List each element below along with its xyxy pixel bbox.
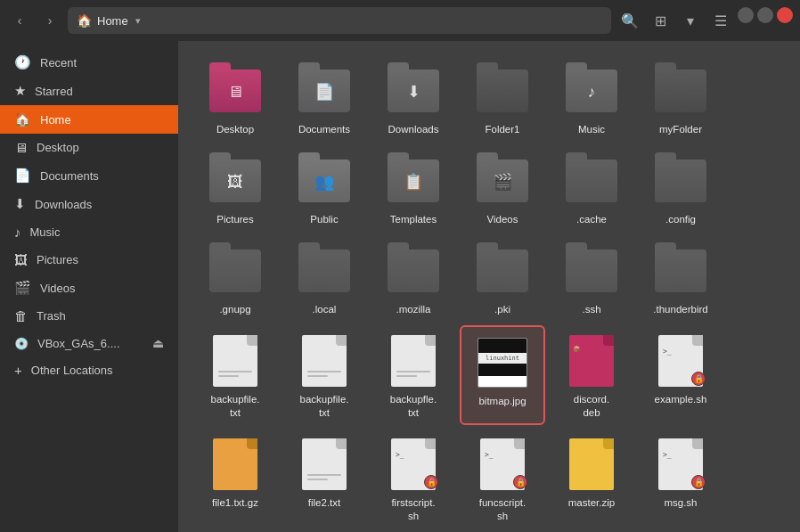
file-item-desktop[interactable]: 🖥 Desktop — [192, 55, 278, 142]
home-icon: 🏠 — [77, 13, 92, 28]
file-item-pictures[interactable]: 🖼 Pictures — [192, 145, 278, 232]
file-item-bitmap[interactable]: linuxhint bitmap.jpg — [460, 325, 545, 425]
file-item-ssh[interactable]: .ssh — [549, 235, 634, 322]
file-item-thunderbird[interactable]: .thunderbird — [638, 235, 723, 322]
file-item-file1-targz[interactable]: file1.txt.gz — [192, 429, 278, 528]
eject-button[interactable]: ⏏ — [152, 336, 164, 350]
sidebar-item-label: Home — [40, 113, 71, 127]
deb-icon: 📦 — [569, 335, 614, 387]
file-line — [396, 375, 417, 377]
sidebar-item-desktop[interactable]: 🖥 Desktop — [0, 134, 178, 161]
file-item-msg-sh[interactable]: >_ 🔒 msg.sh — [638, 429, 723, 528]
sidebar-item-other[interactable]: + Other Locations — [0, 356, 178, 384]
file-item-folder1[interactable]: Folder1 — [460, 55, 545, 142]
file-item-pki[interactable]: .pki — [460, 235, 545, 322]
file-line — [218, 371, 252, 372]
bitmap-wrap: linuxhint — [474, 334, 531, 391]
sidebar-item-pictures[interactable]: 🖼 Pictures — [0, 246, 178, 274]
deb-inner: 📦 — [573, 346, 610, 353]
folder-icon-wrap — [474, 242, 531, 299]
menu-button[interactable]: ☰ — [707, 7, 734, 34]
script-wrap: >_ 🔒 — [385, 436, 442, 493]
folder-icon — [566, 250, 617, 292]
file-label: backupfile.txt — [211, 393, 260, 420]
file-item-master-zip[interactable]: master.zip — [549, 429, 634, 528]
sidebar-item-label: Downloads — [35, 198, 92, 211]
location-text: Home — [97, 14, 128, 28]
file-item-example-sh[interactable]: >_ 🔒 example.sh — [638, 325, 723, 425]
music-folder-inner-icon: ♪ — [588, 83, 596, 102]
folder-icon-wrap — [652, 242, 709, 299]
sidebar-item-music[interactable]: ♪ Music — [0, 218, 178, 246]
sidebar-item-downloads[interactable]: ⬇ Downloads — [0, 190, 178, 218]
public-folder-inner-icon: 👥 — [314, 172, 334, 192]
file-label: .thunderbird — [653, 303, 707, 316]
file-item-backupfile2[interactable]: backupfile.txt — [282, 325, 367, 425]
file-item-funcscript[interactable]: >_ 🔒 funcscript.sh — [460, 429, 545, 528]
sidebar-item-recent[interactable]: 🕐 Recent — [0, 48, 178, 77]
pictures-icon: 🖼 — [14, 252, 28, 267]
file-item-documents[interactable]: 📄 Documents — [282, 55, 367, 142]
sidebar-item-label: Videos — [40, 282, 76, 295]
location-arrow-icon: ▾ — [135, 15, 141, 27]
file-item-templates[interactable]: 📋 Templates — [371, 145, 456, 232]
file-item-firstscript[interactable]: >_ 🔒 firstscript.sh — [371, 429, 456, 528]
folder-icon — [298, 250, 350, 292]
starred-icon: ★ — [14, 83, 26, 99]
script-text: >_ — [485, 451, 494, 459]
targz-icon — [213, 438, 257, 490]
bitmap-bottom — [478, 364, 527, 376]
maximize-button[interactable]: □ — [757, 7, 773, 23]
forward-button[interactable]: › — [37, 8, 62, 33]
view-options-button[interactable]: ▾ — [677, 7, 704, 34]
file-label: myFolder — [659, 123, 702, 136]
home-icon: 🏠 — [14, 111, 31, 127]
zip-wrap — [563, 436, 620, 493]
sidebar-item-vbox[interactable]: 💿 VBox_GAs_6.... ⏏ — [0, 330, 178, 356]
sidebar-item-trash[interactable]: 🗑 Trash — [0, 302, 178, 330]
file-item-backupfile1[interactable]: backupfile.txt — [192, 325, 278, 425]
file-doc-lines — [218, 371, 252, 380]
music-icon: ♪ — [14, 225, 21, 240]
lock-badge-icon: 🔒 — [691, 372, 706, 386]
downloads-icon: ⬇ — [14, 196, 26, 212]
file-item-backupfle[interactable]: backupfle.txt — [371, 325, 456, 425]
file-item-music[interactable]: ♪ Music — [549, 55, 634, 142]
sidebar-item-home[interactable]: 🏠 Home — [0, 105, 178, 134]
file-item-discord[interactable]: 📦 discord.deb — [549, 325, 634, 425]
folder-icon: 🖼 — [209, 160, 261, 202]
file-label: .local — [313, 303, 337, 316]
minimize-button[interactable]: − — [738, 7, 754, 23]
file-item-gnupg[interactable]: .gnupg — [192, 235, 278, 322]
search-button[interactable]: 🔍 — [616, 7, 643, 34]
recent-icon: 🕐 — [14, 54, 31, 70]
file-label: .cache — [576, 213, 607, 226]
folder-icon: ⬇ — [388, 70, 439, 112]
file-item-mozilla[interactable]: .mozilla — [371, 235, 456, 322]
sidebar-item-documents[interactable]: 📄 Documents — [0, 161, 178, 190]
file-label: bitmap.jpg — [478, 395, 526, 408]
file-item-myfolder[interactable]: myFolder — [638, 55, 723, 142]
folder-icon-wrap: 👥 — [296, 152, 353, 209]
file-item-file2-txt[interactable]: file2.txt — [282, 429, 367, 528]
doc-wrap — [296, 436, 353, 493]
file-item-public[interactable]: 👥 Public — [282, 145, 367, 232]
folder-icon — [655, 160, 706, 202]
folder-icon-wrap: 📄 — [296, 62, 353, 119]
file-item-config[interactable]: .config — [638, 145, 723, 232]
script-text: >_ — [663, 451, 672, 459]
file-item-videos[interactable]: 🎬 Videos — [460, 145, 545, 232]
close-button[interactable]: × — [777, 7, 793, 23]
file-item-local[interactable]: .local — [282, 235, 367, 322]
back-button[interactable]: ‹ — [7, 8, 32, 33]
file-item-cache[interactable]: .cache — [549, 145, 634, 232]
sidebar-item-videos[interactable]: 🎬 Videos — [0, 274, 178, 302]
doc-icon — [302, 438, 347, 490]
folder-icon-wrap: ⬇ — [385, 62, 442, 119]
folder-icon: 🎬 — [477, 160, 528, 202]
file-line — [307, 479, 328, 480]
view-toggle-button[interactable]: ⊞ — [647, 7, 673, 34]
sidebar-item-starred[interactable]: ★ Starred — [0, 77, 178, 105]
file-item-downloads[interactable]: ⬇ Downloads — [371, 55, 456, 142]
file-label: Documents — [298, 123, 350, 136]
